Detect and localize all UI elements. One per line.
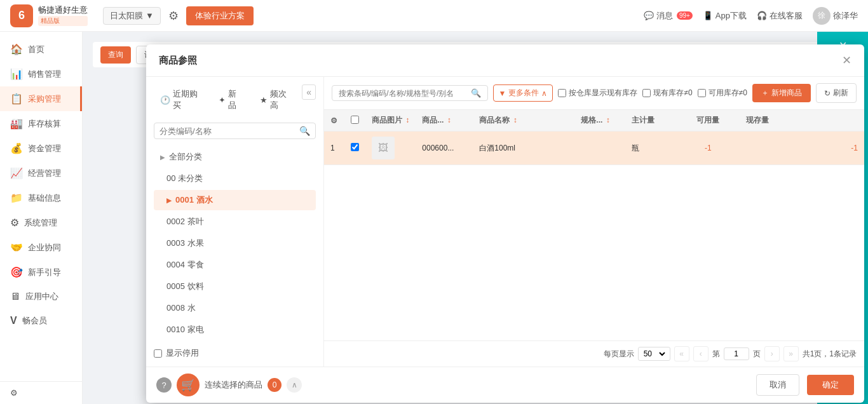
tree-item-0004[interactable]: 0004 零食 [154, 255, 316, 275]
per-page-label: 每页显示 [604, 349, 634, 360]
collapse-arrow-icon[interactable]: ∧ [287, 377, 302, 393]
col-stock-header: 现存量 [740, 110, 864, 131]
bg-query-button[interactable]: 查询 [100, 46, 131, 64]
col-image-header: 商品图片 ↕ [365, 110, 416, 131]
warehouse-filter-label[interactable]: 按仓库显示现有库存 [558, 88, 637, 98]
page-number-input[interactable] [724, 347, 749, 360]
product-thumbnail: 🖼 [372, 137, 395, 159]
prev-page-button[interactable]: ‹ [693, 346, 709, 361]
spec-sort-icon[interactable]: ↕ [606, 116, 610, 125]
category-search-box: 🔍 [154, 123, 316, 139]
usable-filter-label[interactable]: 可用库存≠0 [698, 88, 747, 98]
sidebar-item-apps[interactable]: 🖥 应用中心 [0, 285, 82, 309]
confirm-button[interactable]: 确定 [807, 375, 854, 395]
page-size-dropdown[interactable]: 50 100 200 [641, 349, 667, 359]
name-sort-icon[interactable]: ↕ [513, 116, 517, 125]
sidebar-item-member[interactable]: V 畅会员 [0, 309, 82, 333]
experience-button[interactable]: 体验行业方案 [186, 6, 254, 25]
collapse-button[interactable]: « [302, 84, 316, 100]
tab-frequent[interactable]: ★ 频次高 [254, 84, 297, 115]
dialog-header: 商品参照 ✕ [146, 44, 864, 77]
sidebar-label-basic: 基础信息 [28, 192, 61, 204]
sidebar-item-purchase[interactable]: 📋 采购管理 [0, 86, 82, 111]
tree-item-0001[interactable]: ▶ 0001 酒水 [154, 190, 316, 210]
refresh-button[interactable]: ↻ 刷新 [816, 83, 857, 103]
image-sort-icon[interactable]: ↕ [405, 116, 409, 125]
row-checkbox[interactable] [344, 131, 365, 165]
tree-item-0010[interactable]: 0010 家电 [154, 320, 316, 340]
nav-selector[interactable]: 日太阳膜 ▼ [103, 7, 161, 25]
sidebar-label-inventory: 库存核算 [28, 118, 61, 130]
sidebar-item-business[interactable]: 📈 经营管理 [0, 161, 82, 185]
message-label: 消息 [656, 10, 673, 22]
purchase-icon: 📋 [10, 93, 23, 105]
show-disabled-checkbox[interactable] [154, 349, 162, 358]
finance-icon: 💰 [10, 142, 23, 154]
sidebar-item-guide[interactable]: 🎯 新手引导 [0, 260, 82, 285]
sidebar-label-system: 系统管理 [24, 217, 57, 229]
member-icon: V [10, 315, 17, 327]
show-disabled-label[interactable]: 显示停用 [154, 341, 316, 359]
category-search-input[interactable] [159, 126, 295, 136]
tree-item-0008-label: 0008 水 [166, 302, 196, 314]
add-product-button[interactable]: ＋ 新增商品 [752, 84, 811, 102]
filter-icon: ▼ [499, 89, 506, 98]
sidebar-item-inventory[interactable]: 🏭 库存核算 [0, 111, 82, 136]
sidebar-item-basic[interactable]: 📁 基础信息 [0, 185, 82, 210]
message-nav-item[interactable]: 💬 消息 99+ [644, 10, 693, 22]
sidebar-item-finance[interactable]: 💰 资金管理 [0, 136, 82, 161]
sidebar-item-system[interactable]: ⚙ 系统管理 [0, 210, 82, 235]
more-filter-button[interactable]: ▼ 更多条件 ∧ [493, 84, 553, 102]
app-download-label: App下载 [715, 10, 747, 22]
page-size-select[interactable]: 50 100 200 [638, 347, 670, 361]
collab-icon: 🤝 [10, 241, 23, 253]
service-nav-item[interactable]: 🎧 在线客服 [757, 10, 803, 22]
sidebar-settings[interactable]: ⚙ [0, 382, 82, 404]
tab-new[interactable]: ✦ 新品 [212, 84, 248, 115]
page-unit-label: 页 [753, 349, 761, 360]
table-row[interactable]: 1 🖼 000600... [324, 131, 864, 165]
select-all-checkbox[interactable] [351, 116, 359, 124]
tree-item-0008[interactable]: 0008 水 [154, 298, 316, 318]
pagination-bar: 每页显示 50 100 200 « ‹ 第 页 [324, 340, 864, 367]
warehouse-filter-checkbox[interactable] [558, 89, 566, 97]
cart-icon[interactable]: 🛒 [177, 374, 200, 396]
available-filter-checkbox[interactable] [642, 89, 651, 97]
tree-item-all[interactable]: ▶ 全部分类 [154, 147, 316, 167]
settings-icon: ⚙ [10, 388, 18, 398]
cancel-button[interactable]: 取消 [756, 374, 799, 396]
row-available: -1 [676, 131, 740, 165]
tree-item-0005[interactable]: 0005 饮料 [154, 276, 316, 297]
col-name-header: 商品名称 ↕ [473, 110, 574, 131]
col-settings[interactable]: ⚙ [324, 110, 344, 131]
category-search-icon[interactable]: 🔍 [299, 126, 310, 136]
sidebar-label-home: 首页 [28, 44, 44, 55]
user-nav-item[interactable]: 徐 徐泽华 [813, 7, 858, 25]
product-search-icon[interactable]: 🔍 [471, 88, 481, 98]
code-sort-icon[interactable]: ↕ [447, 116, 451, 125]
sidebar-item-home[interactable]: 🏠 首页 [0, 37, 82, 62]
tree-item-0002[interactable]: 0002 茶叶 [154, 212, 316, 232]
row-select-checkbox[interactable] [351, 143, 359, 151]
usable-filter-checkbox[interactable] [698, 89, 706, 97]
tree-item-00[interactable]: 00 未分类 [154, 168, 316, 189]
tree-item-0003[interactable]: 0003 水果 [154, 233, 316, 253]
sidebar-item-collab[interactable]: 🤝 企业协同 [0, 235, 82, 260]
col-name-label: 商品名称 [479, 116, 510, 125]
next-page-button[interactable]: › [764, 346, 780, 361]
main-layout: 🏠 首页 📊 销售管理 📋 采购管理 🏭 库存核算 💰 资金管理 📈 经营管理 … [0, 32, 868, 404]
sidebar-item-sales[interactable]: 📊 销售管理 [0, 62, 82, 86]
last-page-button[interactable]: » [783, 346, 799, 361]
first-page-button[interactable]: « [674, 346, 689, 361]
available-filter-label[interactable]: 现有库存≠0 [642, 88, 692, 98]
app-download-nav-item[interactable]: 📱 App下载 [703, 10, 747, 22]
gear-icon[interactable]: ⚙ [168, 9, 179, 23]
help-icon[interactable]: ? [156, 377, 172, 393]
dialog-close-button[interactable]: ✕ [842, 53, 851, 67]
tab-recent[interactable]: 🕐 近期购买 [154, 84, 207, 115]
product-search-input[interactable] [339, 89, 468, 98]
tree-item-0005-label: 0005 饮料 [166, 281, 204, 292]
app-badge: 精品版 [38, 16, 88, 26]
refresh-icon: ↻ [824, 89, 831, 98]
sidebar-label-guide: 新手引导 [28, 267, 61, 278]
